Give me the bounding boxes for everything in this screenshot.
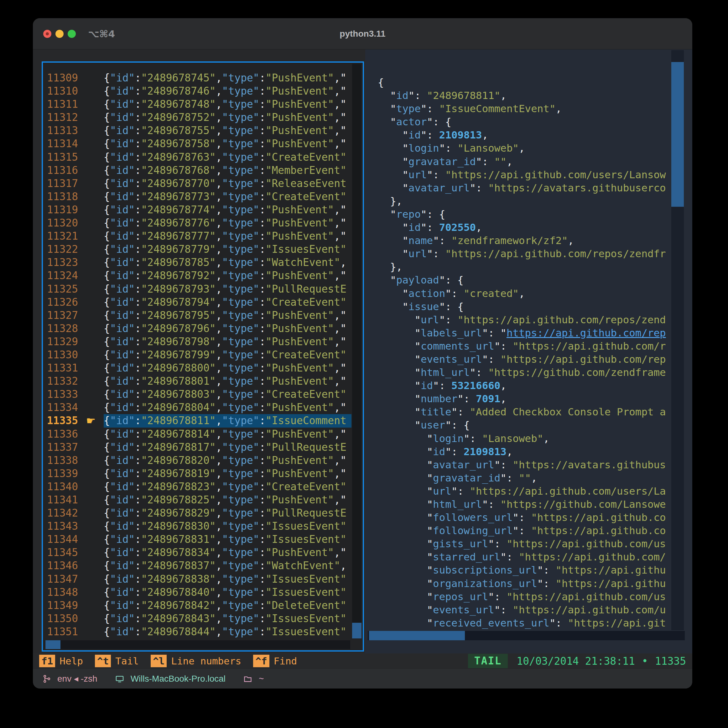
footer-key-tail[interactable]: ^tTail — [95, 655, 139, 667]
log-line[interactable]: 11324{"id":"2489678792","type":"PushEven… — [46, 269, 363, 282]
log-vertical-scrollbar-thumb[interactable] — [352, 623, 361, 638]
log-line[interactable]: 11319{"id":"2489678774","type":"PushEven… — [46, 203, 363, 216]
json-line: "html_url": "https://github.com/Lansowe — [365, 498, 670, 511]
json-line: "payload": { — [365, 274, 670, 287]
log-line[interactable]: 11320{"id":"2489678776","type":"PushEven… — [46, 216, 363, 229]
footer-key-line-numbers[interactable]: ^lLine numbers — [151, 655, 241, 667]
log-line[interactable]: 11344{"id":"2489678831","type":"IssuesEv… — [46, 533, 363, 546]
log-line[interactable]: 11328{"id":"2489678796","type":"PushEven… — [46, 322, 363, 335]
log-line[interactable]: 11342{"id":"2489678829","type":"PullRequ… — [46, 506, 363, 520]
status-item[interactable]: ~ — [243, 674, 264, 684]
detail-horizontal-scrollbar[interactable] — [368, 631, 685, 640]
line-number: 11320 — [46, 216, 78, 229]
footer-key-help[interactable]: f1Help — [39, 655, 83, 667]
line-number: 11330 — [46, 348, 78, 361]
key-label: Line numbers — [171, 655, 241, 667]
line-number: 11332 — [46, 375, 78, 388]
log-line[interactable]: 11345{"id":"2489678834","type":"PushEven… — [46, 546, 363, 559]
log-line[interactable]: 11346{"id":"2489678837","type":"WatchEve… — [46, 559, 363, 572]
line-number: 11341 — [46, 493, 78, 506]
log-line[interactable]: 11331{"id":"2489678800","type":"PushEven… — [46, 361, 363, 375]
log-line[interactable]: 11337{"id":"2489678817","type":"PullRequ… — [46, 441, 363, 454]
monitor-icon — [115, 674, 127, 683]
json-line: "login": "Lansoweb", — [365, 432, 670, 445]
log-line[interactable]: 11340{"id":"2489678823","type":"CreateEv… — [46, 480, 363, 493]
key-badge: f1 — [39, 655, 55, 667]
tail-timestamp: 10/03/2014 21:38:11 — [517, 655, 635, 667]
log-text: {"id":"2489678843","type":"IssuesEvent" — [104, 612, 352, 625]
log-text: {"id":"2489678768","type":"MemberEvent" — [104, 164, 352, 177]
json-line: "type": "IssueCommentEvent", — [365, 102, 670, 115]
log-line[interactable]: 11312{"id":"2489678752","type":"PushEven… — [46, 111, 363, 124]
log-line[interactable]: 11338{"id":"2489678820","type":"PushEven… — [46, 454, 363, 467]
detail-pane: { "id": "2489678811", "type": "IssueComm… — [365, 49, 692, 653]
detail-horizontal-scrollbar-thumb[interactable] — [369, 631, 465, 640]
status-item[interactable]: Wills-MacBook-Pro.local — [115, 674, 226, 684]
log-line[interactable]: 11325{"id":"2489678793","type":"PullRequ… — [46, 283, 363, 296]
json-line: "html_url": "https://github.com/zendfram… — [365, 366, 670, 379]
line-number: 11348 — [46, 586, 78, 599]
log-line[interactable]: 11339{"id":"2489678819","type":"PushEven… — [46, 467, 363, 480]
log-line[interactable]: 11349{"id":"2489678842","type":"DeleteEv… — [46, 599, 363, 612]
log-text: {"id":"2489678785","type":"WatchEvent", — [104, 256, 352, 269]
log-line[interactable]: 11330{"id":"2489678799","type":"CreateEv… — [46, 348, 363, 361]
detail-vertical-scrollbar[interactable] — [671, 50, 684, 630]
log-line[interactable]: 11309{"id":"2489678745","type":"PushEven… — [46, 72, 363, 84]
log-horizontal-scrollbar[interactable] — [45, 640, 350, 649]
labels-url-link[interactable]: https://api.github.com/rep — [506, 327, 666, 339]
log-line[interactable]: 11321{"id":"2489678777","type":"PushEven… — [46, 229, 363, 243]
log-line[interactable]: 11329{"id":"2489678798","type":"PushEven… — [46, 335, 363, 348]
log-line[interactable]: 11318{"id":"2489678773","type":"CreateEv… — [46, 190, 363, 203]
log-line[interactable]: 11316{"id":"2489678768","type":"MemberEv… — [46, 164, 363, 177]
log-horizontal-scrollbar-thumb[interactable] — [46, 640, 60, 649]
line-number: 11333 — [46, 388, 78, 401]
log-line[interactable]: 11310{"id":"2489678746","type":"PushEven… — [46, 84, 363, 98]
line-number: 11314 — [46, 137, 78, 150]
log-line[interactable]: 11323{"id":"2489678785","type":"WatchEve… — [46, 256, 363, 269]
log-line[interactable]: 11335☛{"id":"2489678811","type":"IssueCo… — [46, 414, 363, 427]
json-line: "title": "Added Checkbox Console Prompt … — [365, 405, 670, 419]
log-line[interactable]: 11334{"id":"2489678804","type":"PushEven… — [46, 401, 363, 414]
log-line[interactable]: 11327{"id":"2489678795","type":"PushEven… — [46, 309, 363, 322]
log-line[interactable]: 11322{"id":"2489678779","type":"IssuesEv… — [46, 243, 363, 256]
log-line[interactable]: 11350{"id":"2489678843","type":"IssuesEv… — [46, 612, 363, 625]
log-line[interactable]: 11311{"id":"2489678748","type":"PushEven… — [46, 98, 363, 111]
tail-badge[interactable]: TAIL — [468, 654, 508, 668]
log-line[interactable]: 11317{"id":"2489678770","type":"ReleaseE… — [46, 177, 363, 190]
log-line[interactable]: 11343{"id":"2489678830","type":"IssuesEv… — [46, 520, 363, 533]
log-text: {"id":"2489678844","type":"IssuesEvent" — [104, 625, 352, 638]
line-number: 11319 — [46, 203, 78, 216]
log-text: {"id":"2489678795","type":"PushEvent"," — [104, 309, 352, 322]
json-line: "name": "zendframework/zf2", — [365, 234, 670, 247]
line-number: 11322 — [46, 243, 78, 256]
log-line[interactable]: 11351{"id":"2489678844","type":"IssuesEv… — [46, 625, 363, 638]
log-line[interactable]: 11348{"id":"2489678840","type":"IssuesEv… — [46, 586, 363, 599]
json-line: "labels_url": "https://api.github.com/re… — [365, 326, 670, 340]
log-text: {"id":"2489678774","type":"PushEvent"," — [104, 203, 352, 216]
log-text: {"id":"2489678825","type":"PushEvent"," — [104, 493, 352, 506]
line-number: 11325 — [46, 283, 78, 296]
footer-key-find[interactable]: ^fFind — [253, 655, 297, 667]
status-item[interactable]: env ◂ -zsh — [42, 673, 98, 684]
log-line[interactable]: 11341{"id":"2489678825","type":"PushEven… — [46, 493, 363, 506]
json-line: "id": 2109813, — [365, 128, 670, 142]
log-text: {"id":"2489678838","type":"IssuesEvent" — [104, 573, 352, 586]
log-line[interactable]: 11333{"id":"2489678803","type":"CreateEv… — [46, 388, 363, 401]
log-line[interactable]: 11315{"id":"2489678763","type":"CreateEv… — [46, 151, 363, 164]
json-line: "url": "https://api.github.com/repos/zen… — [365, 247, 670, 260]
log-line[interactable]: 11336{"id":"2489678814","type":"PushEven… — [46, 428, 363, 441]
log-line[interactable]: 11347{"id":"2489678838","type":"IssuesEv… — [46, 573, 363, 586]
tail-line-number: 11335 — [655, 655, 686, 667]
detail-vertical-scrollbar-thumb[interactable] — [671, 62, 684, 207]
log-text: {"id":"2489678801","type":"PushEvent"," — [104, 375, 352, 388]
log-line[interactable]: 11314{"id":"2489678758","type":"PushEven… — [46, 137, 363, 150]
log-vertical-scrollbar[interactable] — [352, 64, 361, 638]
log-line[interactable]: 11326{"id":"2489678794","type":"CreateEv… — [46, 296, 363, 309]
json-line: "id": "2489678811", — [365, 89, 670, 102]
log-text: {"id":"2489678840","type":"IssuesEvent" — [104, 586, 352, 599]
json-line: "url": "https://api.github.com/users/La — [365, 485, 670, 498]
line-number: 11349 — [46, 599, 78, 612]
log-line[interactable]: 11332{"id":"2489678801","type":"PushEven… — [46, 375, 363, 388]
log-line[interactable]: 11313{"id":"2489678755","type":"PushEven… — [46, 124, 363, 137]
json-detail: { "id": "2489678811", "type": "IssueComm… — [365, 76, 670, 630]
